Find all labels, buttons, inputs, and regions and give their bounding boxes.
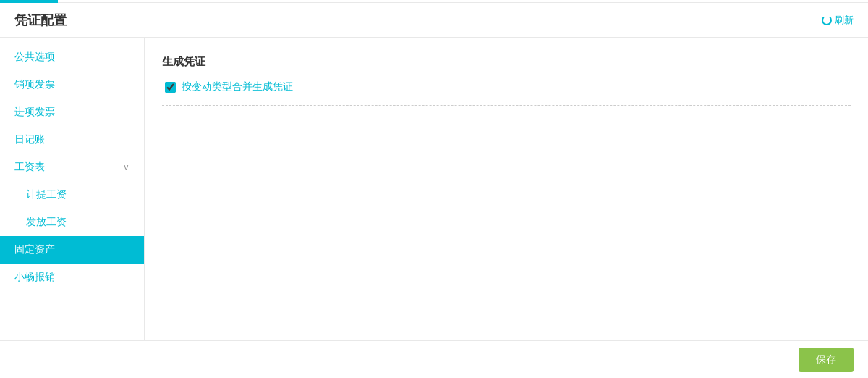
sidebar-item-purchase-invoice[interactable]: 进项发票 xyxy=(0,98,144,126)
sidebar-item-public-options[interactable]: 公共选项 xyxy=(0,43,144,71)
section-title: 生成凭证 xyxy=(162,55,851,69)
sidebar-item-journal[interactable]: 日记账 xyxy=(0,126,144,154)
sidebar-item-label: 小畅报销 xyxy=(14,271,55,284)
sidebar-item-label: 固定资产 xyxy=(14,243,55,256)
sidebar-item-issue-payroll[interactable]: 发放工资 xyxy=(0,209,144,236)
sidebar-item-label: 工资表 xyxy=(14,161,45,174)
refresh-icon xyxy=(822,15,832,25)
sidebar-item-sales-invoice[interactable]: 销项发票 xyxy=(0,71,144,98)
footer: 保存 xyxy=(0,340,868,378)
sidebar: 公共选项 销项发票 进项发票 日记账 工资表 ∨ 计提工资 发放工资 固定资 xyxy=(0,38,145,340)
sidebar-item-fixed-assets[interactable]: 固定资产 xyxy=(0,236,144,264)
refresh-label: 刷新 xyxy=(835,14,854,27)
page-wrapper: 凭证配置 刷新 公共选项 销项发票 进项发票 日记账 工资表 ∨ xyxy=(0,0,868,378)
sidebar-item-label: 发放工资 xyxy=(26,216,67,229)
save-button[interactable]: 保存 xyxy=(799,348,854,372)
page-title: 凭证配置 xyxy=(14,12,67,29)
header: 凭证配置 刷新 xyxy=(0,3,868,38)
merge-by-type-label[interactable]: 按变动类型合并生成凭证 xyxy=(182,80,293,93)
refresh-button[interactable]: 刷新 xyxy=(822,14,854,27)
sidebar-item-label: 公共选项 xyxy=(14,51,55,64)
sidebar-item-label: 日记账 xyxy=(14,133,45,146)
sidebar-item-payroll-table[interactable]: 工资表 ∨ xyxy=(0,154,144,181)
sidebar-item-calc-payroll[interactable]: 计提工资 xyxy=(0,181,144,209)
content-area: 公共选项 销项发票 进项发票 日记账 工资表 ∨ 计提工资 发放工资 固定资 xyxy=(0,38,868,340)
chevron-down-icon: ∨ xyxy=(123,162,129,172)
merge-by-type-checkbox[interactable] xyxy=(165,82,176,93)
sidebar-item-petty-expense[interactable]: 小畅报销 xyxy=(0,264,144,291)
section-divider xyxy=(162,105,851,106)
sidebar-item-label: 计提工资 xyxy=(26,188,67,201)
checkbox-row: 按变动类型合并生成凭证 xyxy=(162,80,851,93)
sidebar-item-label: 进项发票 xyxy=(14,106,55,119)
main-content: 生成凭证 按变动类型合并生成凭证 xyxy=(145,38,868,340)
sidebar-item-label: 销项发票 xyxy=(14,78,55,91)
